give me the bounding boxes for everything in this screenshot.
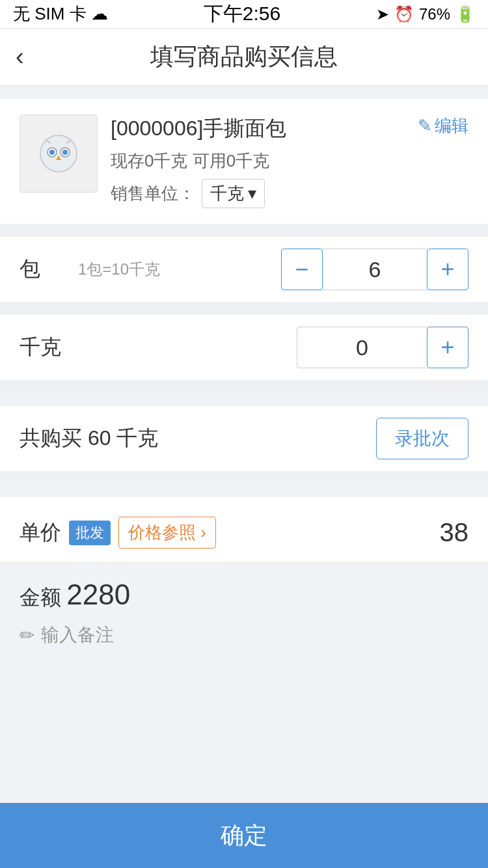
remark-placeholder: 输入备注: [41, 623, 114, 647]
product-unit-row: 销售单位： 千克 ▾: [111, 179, 468, 208]
alarm-icon: ⏰: [394, 5, 414, 23]
unit-value: 千克: [210, 182, 244, 205]
bao-sublabel: 1包=10千克: [78, 259, 281, 280]
svg-point-0: [40, 135, 77, 172]
remark-row[interactable]: ✏ 输入备注: [20, 623, 468, 647]
edit-button[interactable]: ✎ 编辑: [418, 115, 468, 137]
sim-status: 无 SIM 卡 ☁: [13, 3, 108, 25]
product-card: [0000006]手撕面包 ✎ 编辑 现存0千克 可用0千克 销售单位： 千克 …: [0, 99, 488, 224]
price-label: 单价: [20, 519, 61, 547]
edit-label: 编辑: [435, 115, 468, 137]
qianke-increase-button[interactable]: +: [427, 327, 468, 368]
bao-label: 包: [20, 255, 72, 284]
price-ref-button[interactable]: 价格参照 ›: [118, 517, 216, 549]
pencil-icon: ✏: [20, 625, 34, 646]
battery-icon: 🔋: [455, 5, 475, 23]
record-batch-button[interactable]: 录批次: [376, 418, 468, 459]
product-name-row: [0000006]手撕面包 ✎ 编辑: [111, 115, 468, 143]
status-right: ➤ ⏰ 76% 🔋: [376, 5, 475, 23]
bottom-pad: [0, 663, 488, 741]
price-section: 单价 批发 价格参照 › 38: [0, 497, 488, 562]
amount-section: 金额 2280 ✏ 输入备注: [0, 563, 488, 663]
nav-bar: ‹ 填写商品购买信息: [0, 29, 488, 86]
svg-point-3: [49, 150, 55, 155]
price-row: 单价 批发 价格参照 › 38: [20, 517, 468, 549]
status-bar: 无 SIM 卡 ☁ 下午2:56 ➤ ⏰ 76% 🔋: [0, 0, 488, 29]
qianke-section: 千克 +: [0, 315, 488, 380]
divider-1: [0, 224, 488, 237]
battery-level: 76%: [419, 5, 450, 23]
price-value: 38: [440, 518, 469, 547]
total-section: 共购买 60 千克 录批次: [0, 406, 488, 471]
amount-label: 金额: [20, 586, 61, 609]
bao-row: 包 1包=10千克 − +: [20, 237, 468, 302]
edit-icon: ✎: [418, 116, 432, 136]
location-icon: ➤: [376, 5, 389, 23]
unit-label: 销售单位：: [111, 182, 195, 205]
product-image: [20, 115, 98, 193]
bao-section: 包 1包=10千克 − +: [0, 237, 488, 302]
back-button[interactable]: ‹: [16, 43, 24, 71]
product-stock: 现存0千克 可用0千克: [111, 150, 468, 172]
divider-2: [0, 302, 488, 315]
unit-select[interactable]: 千克 ▾: [202, 179, 265, 208]
page-title: 填写商品购买信息: [150, 41, 338, 73]
qianke-stepper: +: [297, 327, 468, 368]
divider-3: [0, 380, 488, 393]
svg-point-4: [62, 150, 68, 155]
status-left: 无 SIM 卡 ☁: [13, 3, 108, 25]
qianke-row: 千克 +: [20, 315, 468, 380]
total-row: 共购买 60 千克 录批次: [20, 406, 468, 471]
qianke-label: 千克: [20, 333, 72, 362]
chevron-down-icon: ▾: [248, 183, 256, 204]
amount-row: 金额 2280: [20, 578, 468, 612]
status-time: 下午2:56: [204, 1, 280, 27]
product-name: [0000006]手撕面包: [111, 115, 286, 143]
qianke-input[interactable]: [297, 327, 427, 368]
batch-tag: 批发: [69, 521, 111, 545]
confirm-button[interactable]: 确定: [0, 803, 488, 868]
product-info: [0000006]手撕面包 ✎ 编辑 现存0千克 可用0千克 销售单位： 千克 …: [111, 115, 468, 208]
amount-value: 2280: [66, 578, 130, 610]
bao-increase-button[interactable]: +: [427, 249, 468, 290]
bao-input[interactable]: [323, 249, 427, 290]
divider-4: [0, 471, 488, 484]
bao-decrease-button[interactable]: −: [281, 249, 323, 290]
bao-stepper: − +: [281, 249, 468, 290]
total-label: 共购买 60 千克: [20, 424, 158, 453]
